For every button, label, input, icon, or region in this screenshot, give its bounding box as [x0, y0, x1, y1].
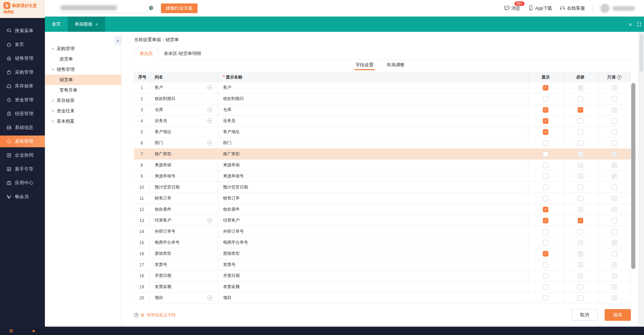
field-row-电商平台单号[interactable]: 15电商平台单号电商平台单号✓✓✓ — [134, 237, 631, 248]
close-all-tabs-icon[interactable]: × — [629, 21, 632, 27]
collapse-panel-button[interactable]: « — [114, 36, 121, 45]
show-checkbox-unchecked[interactable]: ✓ — [543, 240, 548, 245]
settings-gear-icon[interactable]: ⚙ — [148, 5, 154, 11]
show-checkbox-unchecked[interactable]: ✓ — [543, 196, 548, 201]
sidebar-item-base-info[interactable]: 基础信息 — [0, 122, 45, 133]
chevron-down-icon[interactable] — [51, 68, 55, 71]
tree-item-销货单[interactable]: 销货单 — [45, 75, 121, 85]
field-row-推广类型[interactable]: 7推广类型推广类型✓✓✓ — [134, 149, 636, 160]
show-checkbox-unchecked[interactable]: ✓ — [543, 273, 548, 279]
add-field-button[interactable]: + — [207, 140, 212, 146]
add-field-button[interactable]: + — [207, 107, 212, 112]
bottom-gear-icon[interactable]: ⚙ — [9, 328, 13, 333]
readonly-checkbox-unchecked[interactable]: ✓ — [612, 229, 617, 234]
cancel-button[interactable]: 取消 — [571, 309, 598, 321]
required-checkbox-unchecked[interactable]: ✓ — [578, 295, 583, 301]
field-row-销售订单[interactable]: 11销售订单销售订单✓✓✓ — [134, 193, 631, 204]
show-checkbox-checked[interactable]: ✓ — [543, 218, 548, 223]
tree-group-库存核算[interactable]: 库存核算 — [45, 95, 121, 106]
subtab-字段设置[interactable]: 字段设置 — [355, 61, 374, 69]
show-checkbox-checked[interactable]: ✓ — [543, 129, 548, 135]
show-checkbox-checked[interactable]: ✓ — [543, 118, 548, 124]
chevron-right-icon[interactable] — [51, 99, 55, 102]
readonly-checkbox-unchecked[interactable]: ✓ — [612, 96, 617, 102]
readonly-checkbox-unchecked[interactable]: ✓ — [612, 251, 617, 257]
subtab-布局调整[interactable]: 布局调整 — [386, 61, 405, 69]
chevron-down-icon[interactable] — [51, 47, 55, 50]
app-download-button[interactable]: App下载 — [528, 5, 552, 12]
required-checkbox-unchecked[interactable]: ✓ — [578, 96, 583, 102]
sidebar-item-funds[interactable]: ¥资金管理 — [0, 94, 45, 106]
field-row-来源单据[interactable]: 8来源单据来源单据✓✓✓ — [134, 160, 631, 171]
tree-group-基本档案[interactable]: 基本档案 — [45, 116, 121, 127]
sidebar-item-home[interactable]: 首页 — [0, 39, 45, 50]
field-row-业务员[interactable]: 4业务员+业务员✓✓✓ — [134, 115, 631, 127]
company-selector[interactable]: ∨ — [58, 3, 148, 13]
required-checkbox-unchecked[interactable]: ✓ — [578, 118, 583, 124]
add-field-button[interactable]: + — [207, 85, 212, 90]
chevron-right-icon[interactable] — [51, 109, 55, 113]
field-row-来源单据号[interactable]: 9来源单据号来源单据号✓✓✓ — [134, 171, 631, 182]
region-tab-表头区[interactable]: 表头区 — [134, 48, 158, 59]
tree-group-销售管理[interactable]: 销售管理 — [45, 64, 121, 75]
announcement-speaker-icon[interactable] — [31, 328, 37, 334]
tree-item-进货单[interactable]: 进货单 — [45, 54, 121, 64]
show-checkbox-unchecked[interactable]: ✓ — [543, 140, 548, 146]
save-button[interactable]: 保存 — [605, 309, 631, 321]
customer-service-button[interactable]: 在线客服 — [560, 5, 585, 12]
field-row-开票日期[interactable]: 18开票日期开票日期✓✓✓ — [134, 270, 631, 281]
sidebar-item-guide[interactable]: 新新手引导 — [0, 163, 45, 175]
show-checkbox-unchecked[interactable]: ✓ — [543, 185, 548, 190]
sidebar-item-operations[interactable]: 经营管理 — [0, 108, 45, 120]
required-checkbox-unchecked[interactable]: ✓ — [578, 129, 583, 135]
show-checkbox-unchecked[interactable]: ✓ — [543, 162, 548, 168]
page-tab-首页[interactable]: 首页 — [45, 17, 68, 32]
sidebar-item-search-menu[interactable]: 搜索菜单 — [0, 25, 45, 37]
show-checkbox-unchecked[interactable]: ✓ — [543, 284, 548, 290]
required-checkbox-unchecked[interactable]: ✓ — [578, 229, 583, 234]
messages-button[interactable]: 消息 99+ — [504, 5, 520, 12]
sidebar-item-system[interactable]: 系统管理 — [0, 136, 45, 147]
fullscreen-icon[interactable] — [637, 22, 641, 27]
readonly-checkbox-unchecked[interactable]: ✓ — [612, 185, 617, 190]
add-field-button[interactable]: + — [207, 218, 212, 223]
show-checkbox-unchecked[interactable]: ✓ — [543, 262, 548, 268]
sidebar-item-app-center[interactable]: 应用中心 — [0, 177, 45, 189]
page-scrollbar-thumb[interactable] — [640, 34, 643, 72]
field-row-票据类型[interactable]: 16票据类型票据类型✓✓✓ — [134, 248, 631, 259]
show-checkbox-unchecked[interactable]: ✓ — [543, 151, 548, 157]
field-row-收款条件[interactable]: 12收款条件收款条件✓✓✓ — [134, 204, 631, 215]
sidebar-item-collaboration[interactable]: 企业协同 — [0, 149, 45, 161]
sidebar-item-sales[interactable]: $销售管理 — [0, 53, 45, 64]
chevron-right-icon[interactable] — [51, 120, 55, 123]
user-account-button[interactable] — [600, 4, 635, 13]
table-scrollbar-thumb[interactable] — [631, 83, 635, 269]
add-field-button[interactable]: + — [207, 295, 212, 300]
manage-custom-fields-link[interactable]: 管理自定义字段 — [147, 312, 176, 318]
required-checkbox-unchecked[interactable]: ✓ — [578, 140, 583, 146]
close-tab-icon[interactable]: × — [95, 22, 98, 27]
sidebar-item-inventory[interactable]: 库存核算 — [0, 80, 45, 92]
field-row-收款到期日[interactable]: 2收款到期日收款到期日✓✓✓ — [134, 93, 631, 104]
add-field-button[interactable]: + — [207, 118, 212, 123]
show-checkbox-checked[interactable]: ✓ — [543, 251, 548, 257]
required-checkbox-unchecked[interactable]: ✓ — [578, 196, 583, 201]
field-row-项目[interactable]: 20项目+项目✓✓✓ — [134, 292, 631, 304]
required-checkbox-unchecked[interactable]: ✓ — [578, 185, 583, 190]
show-checkbox-unchecked[interactable]: ✓ — [543, 96, 548, 102]
field-row-外部订单号[interactable]: 14外部订单号外部订单号✓✓✓ — [134, 226, 631, 237]
custom-fields-help-icon[interactable]: ? — [134, 313, 138, 317]
sidebar-item-purchase[interactable]: 采购管理 — [0, 66, 45, 78]
field-row-发票金额[interactable]: 19发票金额发票金额✓✓✓ — [134, 281, 631, 292]
tree-group-资金往来[interactable]: 资金往来 — [45, 106, 121, 116]
experience-plan-button[interactable]: 体验行业方案 — [161, 3, 198, 13]
required-checkbox-unchecked[interactable]: ✓ — [578, 284, 583, 290]
field-row-仓库[interactable]: 3仓库+仓库✓✓✓ — [134, 104, 631, 115]
readonly-help-icon[interactable]: ? — [617, 75, 622, 80]
field-row-预计交货日期[interactable]: 10预计交货日期预计交货日期✓✓✓ — [134, 182, 631, 193]
page-scrollbar[interactable] — [638, 32, 644, 327]
show-checkbox-unchecked[interactable]: ✓ — [543, 174, 548, 179]
field-row-客户地址[interactable]: 5客户地址客户地址✓✓✓ — [134, 127, 631, 138]
readonly-checkbox-unchecked[interactable]: ✓ — [612, 118, 617, 124]
readonly-checkbox-unchecked[interactable]: ✓ — [612, 218, 617, 223]
